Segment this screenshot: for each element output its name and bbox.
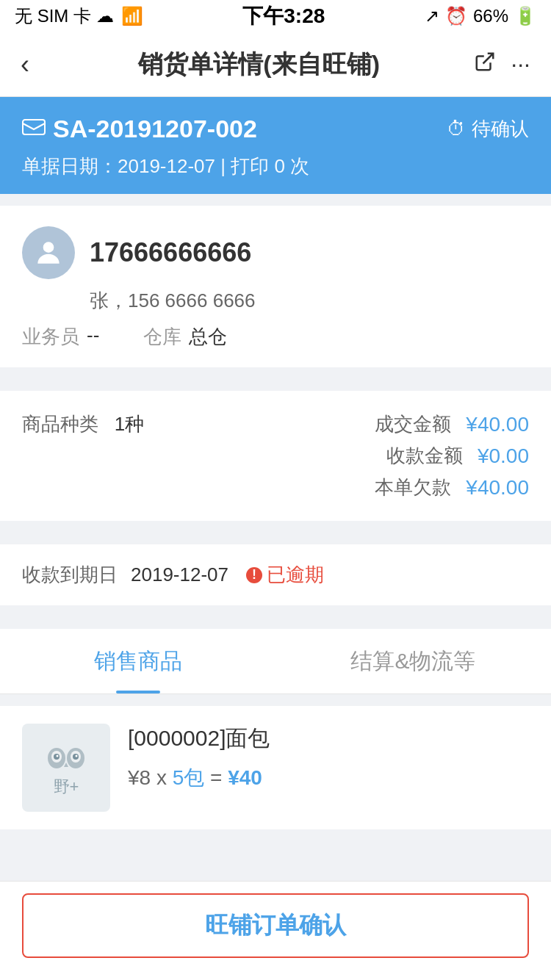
customer-phone: 17666666666 — [90, 237, 251, 268]
wifi-icon: 📶 — [121, 6, 143, 26]
divider-3 — [0, 533, 551, 544]
order-status: ⏱ 待确认 — [447, 116, 529, 142]
status-time: 下午3:28 — [242, 2, 325, 30]
status-left: 无 SIM 卡 ☁ 📶 — [15, 4, 143, 28]
product-qty: 5包 — [173, 766, 205, 789]
tab-settlement[interactable]: 结算&物流等 — [276, 629, 551, 693]
debt-label: 本单欠款 — [375, 475, 451, 500]
back-button[interactable]: ‹ — [21, 49, 44, 80]
product-logo-text: 野+ — [40, 738, 92, 798]
alarm-icon: ⏰ — [445, 6, 467, 26]
product-type-info: 商品种类 1种 — [22, 411, 144, 437]
product-image: 野+ — [22, 724, 110, 812]
product-info: [0000002]面包 ¥8 x 5包 = ¥40 — [128, 724, 529, 792]
order-id-container: SA-20191207-002 — [22, 115, 257, 143]
more-button[interactable]: ··· — [511, 51, 530, 78]
svg-line-0 — [483, 53, 494, 63]
overdue-icon: ! — [246, 567, 262, 583]
product-price: ¥8 x 5包 = ¥40 — [128, 764, 529, 792]
tabs-container: 销售商品 结算&物流等 — [0, 629, 551, 694]
order-id-text: SA-20191207-002 — [53, 115, 257, 143]
due-label: 收款到期日 — [22, 562, 118, 588]
overdue-text: 已逾期 — [267, 562, 324, 588]
salesperson-item: 业务员 -- — [22, 324, 99, 350]
product-type-label: 商品种类 — [22, 413, 98, 435]
svg-point-10 — [76, 755, 78, 757]
divider-1 — [0, 194, 551, 206]
customer-name-phone: 张，156 6666 6666 — [22, 288, 529, 314]
price-unit: ¥8 — [128, 766, 151, 789]
divider-2 — [0, 379, 551, 391]
navigation-icon: ↗ — [425, 6, 439, 26]
tabs: 销售商品 结算&物流等 — [0, 629, 551, 693]
battery-icon: 🔋 — [514, 6, 536, 26]
summary-card: 商品种类 1种 成交金额 ¥40.00 收款金额 ¥0.00 本单欠款 ¥40.… — [0, 391, 551, 521]
overdue-badge: ! 已逾期 — [246, 562, 324, 588]
product-total: ¥40 — [228, 766, 262, 789]
svg-point-9 — [57, 755, 59, 757]
order-date: 单据日期：2019-12-07 | 打印 0 次 — [22, 154, 529, 179]
salesperson-value: -- — [87, 324, 99, 350]
status-text: 待确认 — [472, 116, 529, 142]
status-right: ↗ ⏰ 66% 🔋 — [425, 6, 536, 26]
avatar — [22, 226, 75, 279]
equals-sign: = — [210, 766, 228, 789]
battery-text: 66% — [473, 6, 508, 26]
nav-bar: ‹ 销货单详情(来自旺铺) ··· — [0, 32, 551, 97]
product-type-value: 1种 — [115, 413, 144, 435]
product-name: [0000002]面包 — [128, 724, 529, 754]
page-title: 销货单详情(来自旺铺) — [44, 48, 474, 82]
transaction-label: 成交金额 — [375, 411, 451, 437]
svg-rect-1 — [23, 120, 45, 134]
warehouse-item: 仓库 总仓 — [143, 324, 227, 350]
customer-meta: 业务员 -- 仓库 总仓 — [22, 324, 529, 350]
received-label: 收款金额 — [386, 443, 463, 469]
received-value: ¥0.00 — [478, 444, 529, 468]
transaction-item: 成交金额 ¥40.00 — [375, 411, 529, 437]
confirm-order-button[interactable]: 旺铺订单确认 — [22, 893, 529, 958]
customer-card: 17666666666 张，156 6666 6666 业务员 -- 仓库 总仓 — [0, 206, 551, 367]
share-button[interactable] — [474, 51, 496, 79]
salesperson-label: 业务员 — [22, 324, 79, 350]
status-bar: 无 SIM 卡 ☁ 📶 下午3:28 ↗ ⏰ 66% 🔋 — [0, 0, 551, 32]
svg-point-2 — [43, 242, 54, 253]
multiply-sign: x — [156, 766, 173, 789]
debt-value: ¥40.00 — [466, 476, 529, 500]
order-header: SA-20191207-002 ⏱ 待确认 单据日期：2019-12-07 | … — [0, 97, 551, 194]
logo-plus-text: 野+ — [54, 776, 79, 798]
warehouse-label: 仓库 — [143, 324, 181, 350]
order-icon — [22, 115, 46, 143]
due-date-card: 收款到期日 2019-12-07 ! 已逾期 — [0, 544, 551, 605]
tab-products[interactable]: 销售商品 — [0, 629, 276, 693]
received-item: 收款金额 ¥0.00 — [386, 443, 529, 469]
warehouse-value: 总仓 — [189, 324, 227, 350]
no-sim-text: 无 SIM 卡 ☁ — [15, 4, 114, 28]
product-card: 野+ [0000002]面包 ¥8 x 5包 = ¥40 — [0, 706, 551, 829]
amount-summary: 成交金额 ¥40.00 收款金额 ¥0.00 本单欠款 ¥40.00 — [375, 411, 529, 500]
divider-4 — [0, 617, 551, 629]
transaction-value: ¥40.00 — [466, 413, 529, 436]
status-clock-icon: ⏱ — [447, 118, 466, 140]
due-date-value: 2019-12-07 — [131, 563, 228, 586]
svg-marker-11 — [64, 763, 68, 767]
bottom-bar: 旺铺订单确认 — [0, 881, 551, 980]
nav-actions: ··· — [474, 51, 530, 79]
debt-item: 本单欠款 ¥40.00 — [375, 475, 529, 500]
